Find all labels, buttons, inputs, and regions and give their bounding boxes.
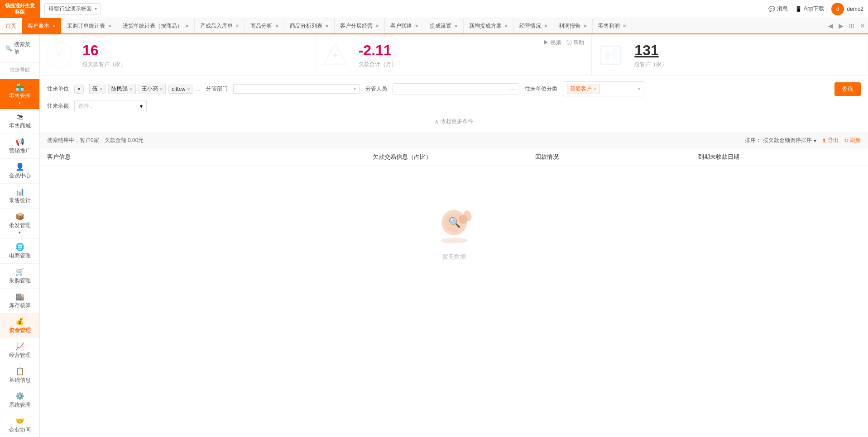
close-icon2[interactable]: ✕ [185, 24, 189, 28]
filter-more-btn[interactable]: ... [196, 86, 201, 92]
remove-cjttcw-btn[interactable]: × [187, 86, 190, 92]
tab-close-all-icon[interactable]: ✕ [857, 22, 868, 29]
person-select[interactable]: ··· [393, 83, 519, 95]
tab-profit-report[interactable]: 利润报告 ✕ [553, 18, 593, 34]
close-icon7[interactable]: ✕ [415, 24, 418, 28]
sidebar-item-operations[interactable]: 📈 经营管理 [0, 338, 39, 363]
sidebar-quick-nav: 快捷导航 [0, 63, 39, 79]
dept-select[interactable]: ▾ [233, 84, 360, 94]
sidebar-item-basic-info[interactable]: 📋 基础信息 [0, 363, 39, 388]
tab-next-icon[interactable]: ▶ [836, 22, 846, 29]
tab-product-analysis-label: 商品分析 [250, 22, 272, 30]
amount-label: 往来余额 [47, 102, 69, 110]
tab-customer-account-label: 客户账本 [28, 22, 49, 30]
tab-commission-settings[interactable]: 提成设置 ✕ [424, 18, 464, 34]
sidebar-item-member[interactable]: 👤 会员中心 [0, 159, 39, 184]
tab-production[interactable]: 产成品入库单 ✕ [195, 18, 245, 34]
sidebar-item-ecommerce[interactable]: 🌐 电商管理 [0, 239, 39, 264]
tab-new-commission[interactable]: 新增提成方案 ✕ [464, 18, 514, 34]
tab-operation[interactable]: 经营情况 ✕ [514, 18, 553, 34]
enterprise-icon: 🤝 [15, 417, 24, 425]
svg-rect-4 [601, 46, 621, 64]
close-icon8[interactable]: ✕ [454, 24, 458, 28]
mall-icon: 🛍 [16, 113, 24, 121]
tab-expand-icon[interactable]: ⊞ [846, 22, 857, 29]
sidebar-item-system[interactable]: ⚙️ 系统管理 [0, 388, 39, 413]
query-button[interactable]: 查询 [834, 82, 861, 96]
svg-text:¥: ¥ [56, 48, 62, 59]
remove-chen-btn[interactable]: × [129, 86, 132, 92]
close-icon10[interactable]: ✕ [544, 24, 547, 28]
tab-home[interactable]: 首页 [0, 18, 22, 34]
tab-inbound-stats-label: 进货单统计表（按商品） [123, 22, 182, 30]
filter-tag-chen: 陈民强 × [108, 84, 135, 94]
sidebar-item-finance[interactable]: 💰 资金管理 [0, 314, 39, 338]
sidebar-item-retail-stats[interactable]: 📊 零售统计 [0, 184, 39, 209]
filter-row-1: 往来单位 × 伍 × 陈民强 × 王小亮 [47, 81, 861, 96]
empty-state: 🔍 暂无数据 [40, 166, 868, 297]
sort-chevron-icon: ▾ [814, 138, 816, 144]
sidebar-item-enterprise[interactable]: 🤝 企业协同 [0, 413, 39, 437]
amount-select[interactable]: 选择... ▾ [74, 100, 147, 112]
expand-icon: ▾ [19, 101, 21, 105]
amount-summary: 欠款金额 0.00元 [105, 137, 144, 144]
refresh-btn[interactable]: ↻ 刷新 [844, 137, 861, 144]
export-icon: ⬆ [822, 138, 826, 144]
close-icon5[interactable]: ✕ [325, 24, 329, 28]
close-icon6[interactable]: ✕ [375, 24, 379, 28]
remove-classify-btn[interactable]: × [594, 86, 597, 92]
sidebar-item-purchase[interactable]: 🛒 采购管理 [0, 264, 39, 289]
content-area: ¥ 16 总欠款客户（家） ✦ -2.11 欠款合计（万） [40, 34, 868, 437]
logo-line2: 标版 [5, 9, 35, 15]
close-icon4[interactable]: ✕ [275, 24, 278, 28]
page-content: ¥ 16 总欠款客户（家） ✦ -2.11 欠款合计（万） [40, 34, 868, 437]
tab-retail-profit-label: 零售利润 [598, 22, 620, 30]
search-menu-label: 搜索菜单 [14, 41, 34, 56]
close-icon11[interactable]: ✕ [583, 24, 587, 28]
person-ellipsis[interactable]: ··· [510, 86, 515, 93]
close-icon9[interactable]: ✕ [504, 24, 508, 28]
tab-inbound-stats[interactable]: 进货单统计表（按商品） ✕ [117, 18, 195, 34]
user-menu[interactable]: d demo2 [831, 3, 863, 15]
sidebar-search[interactable]: 🔍 搜索菜单 [0, 34, 39, 63]
account-selector[interactable]: 母婴行业演示帐套 ▾ [44, 3, 101, 14]
account-name: 母婴行业演示帐套 [48, 5, 92, 13]
tab-product-analysis-list[interactable]: 商品分析列表 ✕ [284, 18, 335, 34]
tab-product-analysis[interactable]: 商品分析 ✕ [245, 18, 284, 34]
sidebar-item-finance-label: 资金管理 [9, 327, 31, 334]
close-tab-icon[interactable]: ✕ [52, 24, 56, 28]
search-menu-btn[interactable]: 🔍 搜索菜单 [4, 39, 36, 58]
tab-prev-icon[interactable]: ◀ [825, 22, 836, 29]
close-icon3[interactable]: ✕ [235, 24, 239, 28]
remove-wang-btn[interactable]: × [160, 86, 163, 92]
tab-retail-profit[interactable]: 零售利润 ✕ [593, 18, 632, 34]
classify-select[interactable]: 普通客户 × ▾ [563, 81, 644, 96]
tab-customer-account[interactable]: 客户账本 ✕ [22, 18, 62, 34]
stat-total-value: 131 [634, 42, 667, 59]
sidebar-item-inventory[interactable]: 🏬 库存核算 [0, 289, 39, 314]
sidebar-item-basic-info-label: 基础信息 [9, 376, 31, 384]
video-link[interactable]: ▶ 视频 [543, 39, 561, 47]
sidebar-item-retail-mall[interactable]: 🛍 零售商城 [0, 109, 39, 134]
export-btn[interactable]: ⬆ 导出 [822, 137, 839, 144]
tab-customer-tier[interactable]: 客户分层经营 ✕ [335, 18, 385, 34]
stat-total-label: 总客户（家） [634, 61, 667, 68]
avatar: d [831, 3, 844, 15]
close-icon[interactable]: ✕ [108, 24, 111, 28]
sidebar-item-marketing[interactable]: 📢 营销推广 [0, 134, 39, 159]
purchase-icon: 🛒 [15, 267, 24, 276]
tab-purchase-order[interactable]: 采购订单统计表 ✕ [62, 18, 117, 34]
help-link[interactable]: ⓘ 帮助 [566, 39, 584, 47]
filter-row-2: 往来余额 选择... ▾ [47, 100, 861, 112]
remove-wu-btn[interactable]: × [100, 86, 102, 92]
sidebar-item-retail-mgmt[interactable]: 🏪 零售管理 ▾ [0, 79, 39, 109]
app-download-btn[interactable]: 📱 App下载 [795, 5, 824, 13]
collapse-button[interactable]: ∧ 收起更多条件 [47, 116, 861, 127]
tab-customer-contact[interactable]: 客户联络 ✕ [385, 18, 424, 34]
sort-select[interactable]: 排序： 按欠款金额倒序排序 ▾ [745, 137, 816, 144]
messages-btn[interactable]: 💬 消息 [768, 5, 788, 13]
stat-helper-links: ▶ 视频 ⓘ 帮助 [543, 39, 585, 47]
close-icon12[interactable]: ✕ [623, 24, 626, 28]
tab-new-commission-label: 新增提成方案 [469, 22, 502, 30]
sidebar-item-wholesale[interactable]: 📦 批发管理 ▾ [0, 209, 39, 239]
